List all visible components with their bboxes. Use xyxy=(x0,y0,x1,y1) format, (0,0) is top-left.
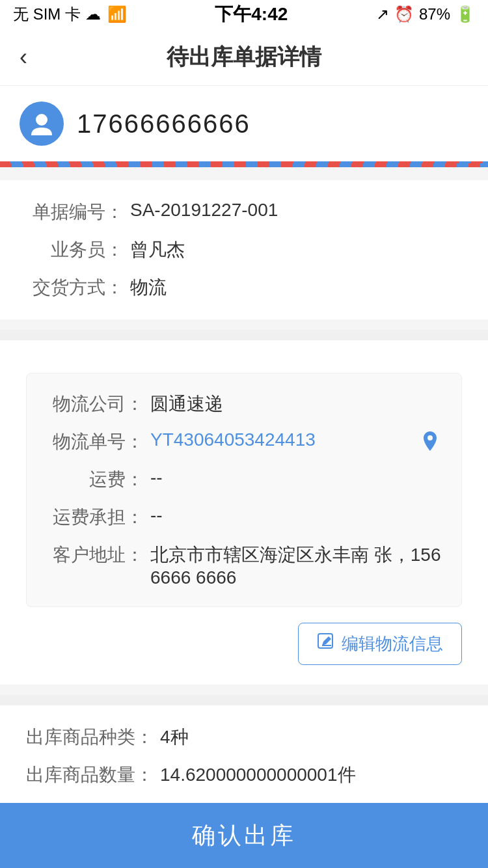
status-right: ↗ ⏰ 87% 🔋 xyxy=(376,5,475,23)
company-value: 圆通速递 xyxy=(150,392,442,416)
type-value: 4种 xyxy=(160,725,462,750)
address-value: 北京市市辖区海淀区永丰南 张，156 6666 6666 xyxy=(150,543,442,588)
tracking-label: 物流单号： xyxy=(46,429,150,454)
salesperson-label: 业务员： xyxy=(26,237,130,262)
freight-value: -- xyxy=(150,467,442,488)
logistics-section: 物流公司： 圆通速递 物流单号： YT43064053424413 运费： --… xyxy=(0,340,488,685)
dashed-divider xyxy=(0,163,488,167)
gray-separator xyxy=(0,330,488,340)
avatar xyxy=(20,102,64,146)
quantity-row: 出库商品数量： 14.620000000000001件 xyxy=(26,763,462,787)
location-pin-icon[interactable] xyxy=(418,429,442,453)
customer-phone: 17666666666 xyxy=(77,109,251,139)
svg-point-0 xyxy=(36,114,47,126)
wifi-icon: 📶 xyxy=(107,5,127,23)
delivery-label: 交货方式： xyxy=(26,275,130,300)
customer-header: 17666666666 xyxy=(0,86,488,163)
tracking-value: YT43064053424413 xyxy=(150,429,409,450)
edit-logistics-button[interactable]: 编辑物流信息 xyxy=(298,623,462,665)
location-icon: ↗ xyxy=(376,5,389,23)
status-time: 下午4:42 xyxy=(215,2,288,27)
tracking-row: 物流单号： YT43064053424413 xyxy=(46,429,442,454)
page-title: 待出库单据详情 xyxy=(167,42,321,72)
delivery-value: 物流 xyxy=(130,275,462,300)
alarm-icon: ⏰ xyxy=(394,5,414,23)
salesperson-row: 业务员： 曾凡杰 xyxy=(26,237,462,262)
nav-bar: ‹ 待出库单据详情 xyxy=(0,29,488,86)
battery-level: 87% xyxy=(419,5,450,23)
edit-icon xyxy=(317,632,335,655)
salesperson-value: 曾凡杰 xyxy=(130,237,462,262)
company-label: 物流公司： xyxy=(46,392,150,416)
freight-bearer-label: 运费承担： xyxy=(46,505,150,530)
company-row: 物流公司： 圆通速递 xyxy=(46,392,442,416)
status-left: 无 SIM 卡 ☁ 📶 xyxy=(13,4,127,25)
edit-logistics-area: 编辑物流信息 xyxy=(26,623,462,665)
freight-label: 运费： xyxy=(46,467,150,492)
delivery-row: 交货方式： 物流 xyxy=(26,275,462,300)
freight-bearer-row: 运费承担： -- xyxy=(46,505,442,530)
type-label: 出库商品种类： xyxy=(26,725,160,750)
edit-logistics-label: 编辑物流信息 xyxy=(342,632,443,655)
type-row: 出库商品种类： 4种 xyxy=(26,725,462,750)
order-info-section: 单据编号： SA-20191227-001 业务员： 曾凡杰 交货方式： 物流 xyxy=(0,180,488,319)
gray-separator-2 xyxy=(0,695,488,705)
address-label: 客户地址： xyxy=(46,543,150,567)
battery-icon: 🔋 xyxy=(455,5,475,23)
freight-bearer-value: -- xyxy=(150,505,442,526)
order-num-row: 单据编号： SA-20191227-001 xyxy=(26,200,462,224)
quantity-value: 14.620000000000001件 xyxy=(160,763,462,787)
order-num-label: 单据编号： xyxy=(26,200,130,224)
quantity-label: 出库商品数量： xyxy=(26,763,160,787)
confirm-button-label: 确认出库 xyxy=(192,820,296,852)
back-button[interactable]: ‹ xyxy=(20,44,27,71)
freight-row: 运费： -- xyxy=(46,467,442,492)
address-row: 客户地址： 北京市市辖区海淀区永丰南 张，156 6666 6666 xyxy=(46,543,442,588)
order-num-value: SA-20191227-001 xyxy=(130,200,462,221)
confirm-button[interactable]: 确认出库 xyxy=(0,803,488,868)
logistics-card: 物流公司： 圆通速递 物流单号： YT43064053424413 运费： --… xyxy=(26,373,462,607)
status-bar: 无 SIM 卡 ☁ 📶 下午4:42 ↗ ⏰ 87% 🔋 xyxy=(0,0,488,29)
sim-status: 无 SIM 卡 ☁ xyxy=(13,4,101,25)
